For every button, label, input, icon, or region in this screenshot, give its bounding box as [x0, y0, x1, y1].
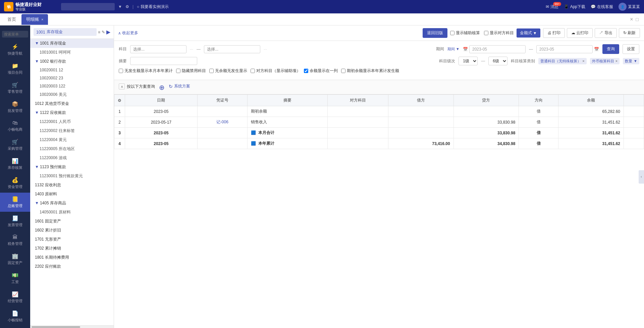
- tree-list-icon[interactable]: ≡: [98, 30, 100, 35]
- tree-item-11220004[interactable]: 11220004 黄元: [30, 135, 114, 144]
- show-ytd-input[interactable]: [341, 69, 345, 73]
- sidebar-item-general-ledger[interactable]: 📒 总账管理: [0, 193, 30, 212]
- tree-item-2202[interactable]: 2202 应付账款: [30, 262, 114, 271]
- no-balance-checkbox[interactable]: 无余额无发生显示: [209, 68, 247, 74]
- no-occurrence-checkbox[interactable]: 无发生额显示本月本年累计: [119, 68, 173, 74]
- balance-one-col-checkbox[interactable]: 余额显示在一列: [304, 68, 338, 74]
- messages-btn[interactable]: ✉ 消息 99+: [546, 4, 558, 10]
- tree-item-11230001[interactable]: 11230001 预付账款黄元: [30, 172, 114, 181]
- sidebar-item-project[interactable]: 📁 项目合同: [0, 59, 30, 78]
- period-start-input[interactable]: [469, 45, 526, 53]
- window-close-btn[interactable]: ×: [630, 16, 633, 22]
- sidebar-item-tax[interactable]: 🏛 税务管理: [0, 231, 30, 250]
- sidebar-item-ops[interactable]: 📈 经营管理: [0, 288, 30, 307]
- demo-link[interactable]: ○ 我要看实例演示: [137, 4, 169, 10]
- show-assist-checkbox[interactable]: 显示辅助核算: [450, 30, 480, 36]
- online-service-btn[interactable]: 💬 在线客服: [591, 4, 613, 10]
- query-collapse-btn[interactable]: ∧: [119, 83, 125, 89]
- category-tag-normal-remove[interactable]: ×: [582, 59, 584, 63]
- period-end-input[interactable]: [536, 45, 593, 53]
- no-occurrence-input[interactable]: [119, 69, 123, 73]
- topbar-settings-icon[interactable]: ⚙: [125, 4, 129, 9]
- tree-scrollbar[interactable]: [30, 325, 114, 328]
- tree-item-11220005[interactable]: 11220005 所在地区: [30, 144, 114, 153]
- no-balance-input[interactable]: [209, 69, 214, 73]
- cloud-print-btn[interactable]: ☁ 云打印: [567, 28, 593, 38]
- app-download-btn[interactable]: 📱 App下载: [564, 4, 585, 10]
- tree-item-1012[interactable]: 1012 其他货币资金: [30, 99, 114, 108]
- tree-item-10010001[interactable]: 10010001 呵呵呵: [30, 48, 114, 57]
- return-old-btn[interactable]: 退回旧版: [423, 28, 447, 38]
- refresh-btn[interactable]: ↻ 刷新: [619, 28, 640, 38]
- tree-item-10020003[interactable]: 10020003 122: [30, 82, 114, 90]
- sidebar-item-purchase[interactable]: 🛒 采购管理: [0, 135, 30, 154]
- selected-account[interactable]: 1001 库存现金: [34, 28, 97, 36]
- scheme-refresh-icon[interactable]: ⊕: [159, 83, 165, 91]
- tab-ledger[interactable]: 明细账 ×: [21, 14, 48, 25]
- tree-item-1801[interactable]: 1801 长期待摊费用: [30, 253, 114, 262]
- tree-item-1701[interactable]: 1701 无形资产: [30, 235, 114, 244]
- tree-item-14050001[interactable]: 14050001 原材料: [30, 208, 114, 217]
- search-btn[interactable]: 查询: [602, 44, 619, 54]
- hide-disabled-checkbox[interactable]: 隐藏禁用科目: [176, 68, 206, 74]
- tree-item-1403[interactable]: 1403 原材料: [30, 190, 114, 199]
- sidebar-item-inventory[interactable]: 📊 库存核算: [0, 154, 30, 174]
- tab-home[interactable]: 首页: [3, 14, 21, 25]
- tree-item-1602[interactable]: 1602 累计折旧: [30, 226, 114, 235]
- category-tag-foreign-remove[interactable]: ×: [615, 59, 618, 63]
- format-dropdown-btn[interactable]: 金额式 ▼: [517, 28, 540, 38]
- tree-item-1001[interactable]: ▼1001 库存现金: [30, 39, 114, 48]
- tree-add-icon[interactable]: ✎: [102, 30, 105, 35]
- sidebar-item-ecommerce[interactable]: 🛍 小畅电商: [0, 117, 30, 135]
- hide-disabled-input[interactable]: [176, 69, 180, 73]
- tree-item-11220002[interactable]: 11220002 往来标签: [30, 126, 114, 135]
- show-ytd-checkbox[interactable]: 期初余额显示本年累计发生额: [341, 68, 399, 74]
- subject-end-input[interactable]: [204, 45, 260, 53]
- tree-item-1132[interactable]: 1132 应收利息: [30, 181, 114, 190]
- window-maximize-btn[interactable]: □: [636, 17, 639, 22]
- level-end-select[interactable]: 6级5级4级: [488, 57, 507, 65]
- sidebar-search-input[interactable]: [2, 31, 28, 38]
- sidebar-item-salary[interactable]: 💵 工资: [0, 269, 30, 288]
- category-tag-foreign[interactable]: 外币核算科目 ×: [590, 58, 620, 64]
- tree-item-1002[interactable]: ▼1002 银行存款: [30, 57, 114, 66]
- sidebar-item-invoice[interactable]: 🧾 发票管理: [0, 212, 30, 231]
- settings-gear-icon[interactable]: ⚙: [118, 98, 121, 103]
- settings-filter-btn[interactable]: 设置: [623, 44, 639, 54]
- sidebar-item-wholesale[interactable]: 📦 批发管理: [0, 97, 30, 117]
- category-tag-normal[interactable]: 普通科目（无特殊核算） ×: [538, 58, 586, 64]
- tree-item-10020001[interactable]: 10020001 12: [30, 66, 114, 74]
- system-scheme-label[interactable]: 系统方案: [174, 83, 190, 89]
- period-type-btn[interactable]: 期间 ▼: [447, 47, 460, 52]
- tree-item-1702[interactable]: 1702 累计摊销: [30, 244, 114, 253]
- tree-item-1122[interactable]: ▼1122 应收账款: [30, 108, 114, 117]
- search-chevron-icon[interactable]: ▼: [118, 4, 122, 9]
- sidebar-item-report[interactable]: 📄 小畅报销: [0, 307, 30, 326]
- user-avatar[interactable]: 👤 某某某: [619, 3, 640, 11]
- tab-close-icon[interactable]: ×: [41, 17, 43, 21]
- sidebar-item-basic[interactable]: ℹ 基础信息: [0, 326, 30, 328]
- tree-item-10020002[interactable]: 10020002 23: [30, 74, 114, 82]
- category-tag-quantity[interactable]: 数量 ▼: [623, 58, 639, 64]
- export-btn[interactable]: ↗ 导出: [595, 28, 616, 38]
- summary-input[interactable]: [130, 57, 197, 65]
- show-opposite-checkbox[interactable]: 显示对方科目: [484, 30, 514, 36]
- tree-next-icon[interactable]: ▶: [106, 29, 110, 35]
- right-collapse-btn[interactable]: ‹: [639, 170, 644, 184]
- voucher-link-2[interactable]: 记-006: [216, 120, 228, 124]
- tree-item-1405[interactable]: ▼1405 库存商品: [30, 199, 114, 208]
- tree-item-10020006[interactable]: 10020006 美元: [30, 90, 114, 99]
- sidebar-item-retail[interactable]: 🛒 零售管理: [0, 78, 30, 97]
- tree-item-11220001[interactable]: 11220001 人民币: [30, 117, 114, 126]
- show-opposite-filter-input[interactable]: [251, 69, 255, 73]
- show-assist-input[interactable]: [450, 31, 454, 35]
- print-btn[interactable]: 🖨 打印: [543, 28, 565, 38]
- top-search-input[interactable]: [61, 3, 115, 10]
- more-filters-btn[interactable]: ∧ 收起更多: [118, 30, 138, 36]
- tree-item-11220006[interactable]: 11220006 游戏: [30, 153, 114, 162]
- balance-one-col-input[interactable]: [304, 69, 308, 73]
- col-settings[interactable]: ⚙: [114, 95, 125, 106]
- show-opposite-filter-checkbox[interactable]: 对方科目（显示辅助项）: [251, 68, 301, 74]
- show-opposite-input[interactable]: [484, 31, 488, 35]
- row-voucher-2[interactable]: 记-006: [197, 117, 247, 128]
